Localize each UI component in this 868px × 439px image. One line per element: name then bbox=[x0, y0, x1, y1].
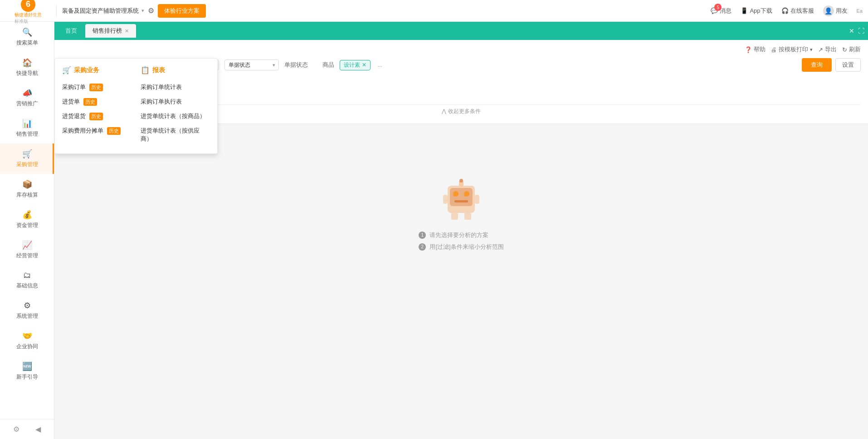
system-selector[interactable]: 装备及固定资产辅助管理系统 ▾ bbox=[62, 7, 144, 15]
print-template-button[interactable]: 🖨 按模板打印 ▾ bbox=[771, 45, 813, 54]
marketing-icon: 📣 bbox=[22, 88, 32, 98]
purchase-col: 🛒 采购业务 采购订单 历史 进货单 历史 进货退货 bbox=[62, 66, 132, 146]
tab-sales-rank[interactable]: 销售排行榜 ✕ bbox=[85, 24, 136, 38]
tabbar-expand-icon[interactable]: ⛶ bbox=[858, 27, 864, 35]
topbar: 6 畅捷通好生意 标准版 装备及固定资产辅助管理系统 ▾ ⚙ 体验行业方案 💬 … bbox=[0, 0, 868, 22]
system-dropdown-arrow: ▾ bbox=[141, 8, 144, 14]
sidebar-item-finance[interactable]: 💰 资金管理 bbox=[0, 204, 54, 235]
sidebar-bottom: ⚙ ◀ bbox=[0, 419, 54, 439]
search-icon: 🔍 bbox=[22, 27, 32, 37]
purchase-return-item[interactable]: 进货退货 历史 bbox=[62, 109, 132, 123]
purchase-col-icon: 🛒 bbox=[62, 66, 71, 74]
phone-icon: 📱 bbox=[741, 7, 748, 14]
layout: 🔍 搜索菜单 🏠 快捷导航 📣 营销推广 📊 销售管理 🛒 采购管理 📦 库存核… bbox=[0, 22, 868, 439]
dropdown-overlay: 🛒 采购业务 采购订单 历史 进货单 历史 进货退货 bbox=[54, 58, 868, 439]
headset-icon: 🎧 bbox=[781, 7, 789, 14]
finance-icon: 💰 bbox=[22, 210, 32, 220]
procurement-icon: 🛒 bbox=[22, 149, 32, 159]
sidebar: 🔍 搜索菜单 🏠 快捷导航 📣 营销推广 📊 销售管理 🛒 采购管理 📦 库存核… bbox=[0, 22, 54, 439]
report-col: 📋 报表 采购订单统计表 采购订单执行表 进货单统计表（按商品） bbox=[141, 66, 210, 146]
sidebar-item-basic-info[interactable]: 🗂 基础信息 bbox=[0, 265, 54, 295]
export-icon: ↗ bbox=[818, 46, 823, 53]
sidebar-item-enterprise[interactable]: 🤝 企业协同 bbox=[0, 326, 54, 356]
purchase-goods-item[interactable]: 进货单 历史 bbox=[62, 94, 132, 109]
content-area: ❓ 帮助 🖨 按模板打印 ▾ ↗ 导出 ↻ 刷新 bbox=[54, 40, 868, 439]
refresh-button[interactable]: ↻ 刷新 bbox=[842, 45, 861, 54]
inventory-icon: 📦 bbox=[22, 179, 32, 189]
sidebar-item-system[interactable]: ⚙ 系统管理 bbox=[0, 295, 54, 326]
guide-icon: 🆕 bbox=[22, 361, 32, 371]
print-dropdown-icon: ▾ bbox=[810, 47, 813, 53]
tabbar-right: ✕ ⛶ bbox=[849, 27, 864, 35]
logo-text: 畅捷通好生意 标准版 bbox=[15, 12, 42, 25]
purchase-expense-item[interactable]: 采购费用分摊单 历史 bbox=[62, 123, 132, 138]
help-button[interactable]: ❓ 帮助 bbox=[745, 45, 766, 54]
tabbar-close-icon[interactable]: ✕ bbox=[849, 27, 854, 35]
sidebar-item-marketing[interactable]: 📣 营销推广 bbox=[0, 83, 54, 113]
tabbar: 首页 销售排行榜 ✕ ✕ ⛶ bbox=[54, 22, 868, 40]
online-service-button[interactable]: 🎧 在线客服 bbox=[781, 7, 814, 15]
refresh-icon: ↻ bbox=[842, 46, 847, 53]
avatar-icon: 👤 bbox=[823, 5, 834, 16]
sidebar-item-inventory[interactable]: 📦 库存核算 bbox=[0, 174, 54, 204]
industry-plan-button[interactable]: 体验行业方案 bbox=[158, 4, 206, 18]
sales-icon: 📊 bbox=[22, 118, 32, 128]
home-icon: 🏠 bbox=[22, 58, 32, 68]
tab-home[interactable]: 首页 bbox=[58, 24, 84, 38]
operation-icon: 📈 bbox=[22, 240, 32, 250]
sidebar-settings-button[interactable]: ⚙ bbox=[13, 425, 20, 434]
sidebar-collapse-button[interactable]: ◀ bbox=[35, 425, 41, 434]
system-icon: ⚙ bbox=[24, 301, 31, 311]
main-content: 首页 销售排行榜 ✕ ✕ ⛶ ❓ 帮助 bbox=[54, 22, 868, 439]
report-goods-stat-by-product[interactable]: 进货单统计表（按商品） bbox=[141, 109, 210, 123]
sidebar-item-sales[interactable]: 📊 销售管理 bbox=[0, 113, 54, 143]
export-button[interactable]: ↗ 导出 bbox=[818, 45, 837, 54]
basic-info-icon: 🗂 bbox=[23, 271, 31, 280]
message-icon: 💬 5 bbox=[711, 7, 718, 14]
purchase-order-item[interactable]: 采购订单 历史 bbox=[62, 80, 132, 94]
sidebar-item-quick-nav[interactable]: 🏠 快捷导航 bbox=[0, 52, 54, 83]
tab-close-icon[interactable]: ✕ bbox=[125, 28, 129, 34]
filter-toolbar: ❓ 帮助 🖨 按模板打印 ▾ ↗ 导出 ↻ 刷新 bbox=[62, 45, 861, 54]
topbar-right: 💬 5 消息 📱 App下载 🎧 在线客服 👤 用友 Ea bbox=[711, 5, 863, 16]
user-menu-button[interactable]: 👤 用友 bbox=[823, 5, 848, 16]
system-gear-icon[interactable]: ⚙ bbox=[148, 6, 154, 15]
sidebar-item-procurement[interactable]: 🛒 采购管理 bbox=[0, 143, 54, 174]
sidebar-item-search-menu[interactable]: 🔍 搜索菜单 bbox=[0, 22, 54, 52]
report-col-icon: 📋 bbox=[141, 66, 150, 74]
help-icon: ❓ bbox=[745, 46, 752, 53]
report-purchase-order-stat[interactable]: 采购订单统计表 bbox=[141, 80, 210, 94]
logo: 6 畅捷通好生意 标准版 bbox=[5, 0, 51, 25]
report-col-title: 📋 报表 bbox=[141, 66, 210, 74]
enterprise-icon: 🤝 bbox=[22, 331, 32, 341]
logo-icon: 6 bbox=[21, 0, 35, 12]
print-icon: 🖨 bbox=[771, 46, 777, 53]
user-text-ea: Ea bbox=[857, 8, 863, 14]
app-download-button[interactable]: 📱 App下载 bbox=[741, 7, 772, 15]
message-button[interactable]: 💬 5 消息 bbox=[711, 7, 731, 15]
sidebar-item-guide[interactable]: 🆕 新手引导 bbox=[0, 356, 54, 386]
sidebar-item-operation[interactable]: 📈 经营管理 bbox=[0, 235, 54, 265]
procurement-dropdown-menu: 🛒 采购业务 采购订单 历史 进货单 历史 进货退货 bbox=[54, 58, 218, 154]
purchase-col-title: 🛒 采购业务 bbox=[62, 66, 132, 74]
report-purchase-order-exec[interactable]: 采购订单执行表 bbox=[141, 94, 210, 109]
report-goods-stat-by-supplier[interactable]: 进货单统计表（按供应商） bbox=[141, 123, 210, 146]
